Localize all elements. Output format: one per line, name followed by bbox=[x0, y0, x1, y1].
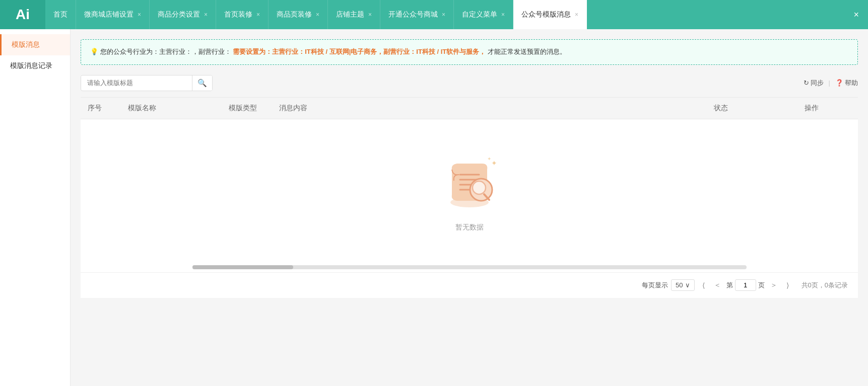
nav-tab-home[interactable]: 首页 bbox=[45, 0, 76, 29]
last-page-button[interactable]: ⟩ bbox=[783, 279, 792, 291]
nav-tab-category-settings[interactable]: 商品分类设置× bbox=[150, 0, 216, 29]
top-nav: Ai 首页微商城店铺设置×商品分类设置×首页装修×商品页装修×店铺主题×开通公众… bbox=[0, 0, 868, 29]
empty-icon: ✦ ✦ bbox=[437, 149, 502, 215]
scroll-track[interactable] bbox=[192, 265, 747, 269]
sync-button[interactable]: ↻ 同步 bbox=[804, 79, 824, 88]
nav-tab-home-decor[interactable]: 首页装修× bbox=[216, 0, 269, 29]
close-tab-icon[interactable]: × bbox=[501, 11, 505, 18]
scroll-bar-container bbox=[81, 262, 858, 272]
col-header-action: 操作 bbox=[797, 97, 858, 119]
col-header-status: 状态 bbox=[707, 97, 797, 119]
svg-text:✦: ✦ bbox=[487, 156, 491, 162]
col-header-name: 模版名称 bbox=[121, 97, 222, 119]
svg-point-6 bbox=[473, 181, 486, 194]
help-button[interactable]: ❓ 帮助 bbox=[835, 79, 858, 88]
notice-highlight: 需要设置为：主营行业：IT科技 / 互联网|电子商务，副营行业：IT科技 / I… bbox=[233, 48, 486, 55]
page-label-after: 页 bbox=[758, 281, 765, 290]
nav-tab-label: 微商城店铺设置 bbox=[84, 10, 133, 19]
next-page-button[interactable]: ＞ bbox=[767, 279, 781, 292]
nav-tab-product-decor[interactable]: 商品页装修× bbox=[269, 0, 328, 29]
nav-tab-label: 开通公众号商城 bbox=[388, 10, 438, 19]
first-page-button[interactable]: ⟨ bbox=[699, 279, 708, 291]
search-input[interactable] bbox=[81, 76, 192, 90]
nav-tab-label: 自定义菜单 bbox=[462, 10, 497, 19]
empty-text: 暂无数据 bbox=[455, 223, 484, 232]
nav-tab-label: 商品页装修 bbox=[277, 10, 312, 19]
sidebar-item-template-msg-log[interactable]: 模版消息记录 bbox=[0, 55, 70, 76]
nav-tab-label: 店铺主题 bbox=[336, 10, 364, 19]
notice-box: 💡 您的公众号行业为：主营行业：，副营行业： 需要设置为：主营行业：IT科技 /… bbox=[81, 39, 858, 65]
toolbar: 🔍 ↻ 同步 | ❓ 帮助 bbox=[81, 75, 858, 91]
col-header-type: 模版类型 bbox=[222, 97, 272, 119]
close-all-tabs-button[interactable]: × bbox=[844, 0, 868, 29]
toolbar-divider: | bbox=[829, 79, 830, 87]
search-box: 🔍 bbox=[81, 75, 213, 91]
main-layout: 模版消息模版消息记录 💡 您的公众号行业为：主营行业：，副营行业： 需要设置为：… bbox=[0, 29, 868, 386]
help-icon: ❓ bbox=[835, 79, 843, 87]
page-summary: 共0页，0条记录 bbox=[802, 281, 848, 290]
scroll-thumb[interactable] bbox=[192, 265, 293, 269]
svg-text:✦: ✦ bbox=[491, 159, 497, 167]
per-page-select[interactable]: 50 ∨ bbox=[671, 279, 694, 291]
nav-tab-label: 商品分类设置 bbox=[158, 10, 200, 19]
prev-page-button[interactable]: ＜ bbox=[710, 279, 724, 292]
sidebar-item-template-msg[interactable]: 模版消息 bbox=[0, 34, 70, 55]
page-label-before: 第 bbox=[726, 281, 733, 290]
app-logo: Ai bbox=[0, 0, 45, 29]
close-tab-icon[interactable]: × bbox=[204, 11, 208, 18]
close-tab-icon[interactable]: × bbox=[368, 11, 372, 18]
nav-tab-template-msg[interactable]: 公众号模版消息× bbox=[513, 0, 587, 29]
search-button[interactable]: 🔍 bbox=[192, 75, 212, 91]
notice-text-after: 才能正常发送预置的消息。 bbox=[488, 48, 566, 55]
close-tab-icon[interactable]: × bbox=[138, 11, 141, 18]
close-tab-icon[interactable]: × bbox=[442, 11, 445, 18]
close-tab-icon[interactable]: × bbox=[575, 11, 578, 18]
col-header-seq: 序号 bbox=[81, 97, 121, 119]
page-size-select: 每页显示 50 ∨ bbox=[642, 279, 694, 291]
nav-tab-label: 公众号模版消息 bbox=[521, 10, 571, 19]
close-tab-icon[interactable]: × bbox=[256, 11, 260, 18]
chevron-down-icon: ∨ bbox=[685, 281, 690, 289]
pagination: 每页显示 50 ∨ ⟨ ＜ 第 页 ＞ ⟩ 共0页，0条记录 bbox=[81, 272, 858, 298]
nav-tab-label: 首页 bbox=[53, 10, 68, 19]
nav-tab-custom-menu[interactable]: 自定义菜单× bbox=[454, 0, 513, 29]
content-area: 💡 您的公众号行业为：主营行业：，副营行业： 需要设置为：主营行业：IT科技 /… bbox=[71, 29, 868, 386]
sidebar: 模版消息模版消息记录 bbox=[0, 29, 71, 386]
close-tab-icon[interactable]: × bbox=[316, 11, 319, 18]
nav-tab-open-mall[interactable]: 开通公众号商城× bbox=[380, 0, 454, 29]
nav-tab-shop-settings[interactable]: 微商城店铺设置× bbox=[76, 0, 150, 29]
page-number-input[interactable] bbox=[735, 279, 756, 291]
nav-tab-label: 首页装修 bbox=[224, 10, 252, 19]
toolbar-right: ↻ 同步 | ❓ 帮助 bbox=[804, 79, 858, 88]
empty-state: ✦ ✦ 暂无数据 bbox=[81, 119, 858, 262]
data-table: 序号 模版名称 模版类型 消息内容 状态 操作 bbox=[81, 97, 858, 262]
table-body: ✦ ✦ 暂无数据 bbox=[81, 119, 858, 262]
sync-icon: ↻ bbox=[804, 79, 809, 87]
nav-tab-shop-theme[interactable]: 店铺主题× bbox=[328, 0, 380, 29]
per-page-label: 每页显示 bbox=[642, 281, 668, 290]
page-nav: ⟨ ＜ 第 页 ＞ ⟩ bbox=[699, 279, 792, 292]
notice-text-before: 您的公众号行业为：主营行业：，副营行业： bbox=[100, 48, 231, 55]
col-header-content: 消息内容 bbox=[272, 97, 707, 119]
notice-icon: 💡 bbox=[90, 48, 98, 55]
nav-tabs: 首页微商城店铺设置×商品分类设置×首页装修×商品页装修×店铺主题×开通公众号商城… bbox=[45, 0, 844, 29]
